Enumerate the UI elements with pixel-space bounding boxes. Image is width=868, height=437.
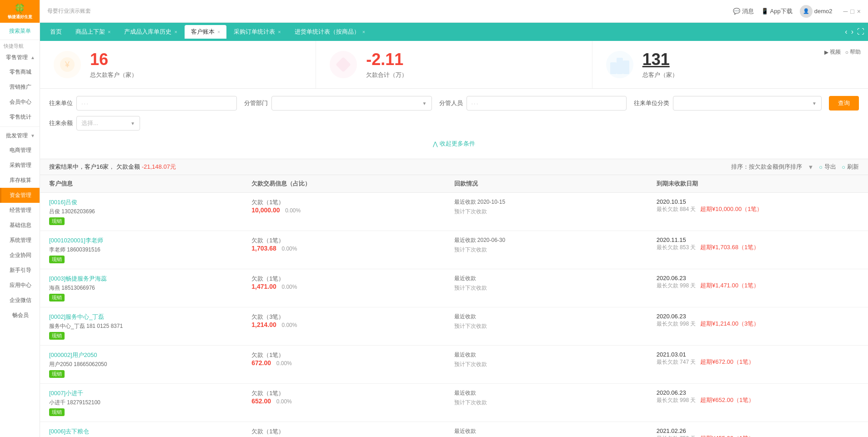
sidebar-item-inventory[interactable]: 库存核算: [0, 173, 40, 188]
balance-input[interactable]: 选择... ▼: [76, 116, 140, 131]
sidebar-item-finance[interactable]: 资金管理: [0, 188, 40, 203]
overdue-link-0016[interactable]: 超期¥10,000.00（1笔）: [700, 206, 763, 212]
maximize-btn[interactable]: □: [850, 8, 854, 15]
sidebar-item-operations[interactable]: 经营管理: [0, 203, 40, 218]
table: 客户信息 欠款交易信息（占比） 回款情况 到期未收款日期 [0016]吕俊 吕俊…: [40, 175, 868, 437]
department-input[interactable]: ▼: [271, 96, 432, 111]
sidebar-item-label: 零售商城: [10, 68, 31, 76]
debt-count-2: 欠款（1笔）: [251, 275, 454, 283]
customer-name-00010200001[interactable]: [0001020001]李老师: [49, 236, 251, 245]
tab-purchase-order[interactable]: 采购订单统计表 ×: [227, 25, 287, 39]
source-unit-input[interactable]: ···: [76, 96, 237, 111]
search-menu[interactable]: 搜索菜单: [4, 25, 36, 37]
sidebar-item-basic-info[interactable]: 基础信息: [0, 218, 40, 233]
query-button[interactable]: 查询: [829, 96, 859, 111]
customer-name-0003[interactable]: [0003]畅捷服务尹海蕊: [49, 275, 251, 283]
sidebar-item-app-center[interactable]: 应用中心: [0, 278, 40, 293]
next-payment-0016: 预计下次收款: [454, 208, 657, 216]
unit-category-input[interactable]: ▼: [673, 96, 822, 111]
tabbar: 首页 商品上下架 × 产成品入库单历史 × 客户账本 × 采购订单统计表 × 进…: [40, 23, 868, 41]
tab-close-goods[interactable]: ×: [108, 29, 110, 35]
tab-fullscreen-btn[interactable]: ⛶: [857, 28, 864, 36]
tab-close-inbound[interactable]: ×: [362, 29, 365, 35]
sidebar-item-label: 电商管理: [10, 146, 31, 154]
stat-overdue-customers: ¥ 16 总欠款客户（家）: [40, 41, 316, 88]
customer-name-000002[interactable]: [000002]用户2050: [49, 351, 251, 359]
message-btn[interactable]: 💬 消息: [733, 7, 754, 15]
debt-percent-2: 0.00%: [281, 284, 297, 290]
sidebar-item-label: 零售管理: [6, 54, 28, 61]
sidebar-item-label: 系统管理: [10, 236, 31, 244]
customer-info-0007: [0007]小进千 小进千 18279152100 现销: [49, 389, 251, 416]
debt-row-0016: 10,000.00 0.00%: [251, 206, 454, 214]
overdue-link-2[interactable]: 超期¥1,471.00（1笔）: [700, 282, 759, 289]
customer-name-0007[interactable]: [0007]小进千: [49, 389, 251, 397]
sidebar-item-retail-mall[interactable]: 零售商城: [0, 65, 40, 80]
manager-input[interactable]: ···: [467, 96, 627, 111]
close-btn[interactable]: ×: [857, 8, 861, 15]
overdue-link-4[interactable]: 超期¥672.00（1笔）: [700, 358, 754, 365]
tab-goods[interactable]: 商品上下架 ×: [69, 25, 117, 39]
overdue-days-3: 最长欠款 998 天: [657, 321, 696, 327]
debt-amount-2[interactable]: 1,471.00: [251, 283, 276, 290]
tab-next-btn[interactable]: ›: [851, 28, 853, 36]
tab-production[interactable]: 产成品入库单历史 ×: [118, 25, 183, 39]
svg-rect-2: [336, 57, 351, 72]
sidebar-item-retail-stats[interactable]: 零售统计: [0, 110, 40, 125]
customer-name-0006[interactable]: [0006]去下粮仓: [49, 427, 251, 436]
debt-amount-1[interactable]: 1,703.68: [251, 245, 276, 252]
sidebar-item-enterprise-wechat[interactable]: 企业微信: [0, 293, 40, 308]
tab-close-purchase[interactable]: ×: [278, 29, 281, 35]
user-avatar[interactable]: 👤 demo2: [800, 5, 833, 18]
tab-prev-btn[interactable]: ‹: [845, 28, 847, 36]
export-label: 导出: [824, 163, 836, 171]
overdue-days-6: 最长欠款 750 天: [657, 435, 696, 437]
sidebar-item-member[interactable]: 会员中心: [0, 95, 40, 110]
customer-name-0002[interactable]: [0002]服务中心_丁磊: [49, 313, 251, 321]
sidebar-item-enterprise[interactable]: 企业协同: [0, 248, 40, 263]
overdue-customers-number: 16: [90, 50, 137, 69]
overdue-info-4: 2021.03.01 最长欠款 747 天 超期¥672.00（1笔）: [657, 351, 859, 366]
sidebar-item-batch-mgmt[interactable]: 批发管理 ▼: [0, 129, 40, 143]
tab-close-production[interactable]: ×: [174, 29, 177, 35]
debt-amount-3[interactable]: 1,214.00: [251, 321, 276, 328]
sidebar-item-ecommerce[interactable]: 电商管理: [0, 143, 40, 158]
sidebar-item-retail-mgmt[interactable]: 零售管理 ▲: [0, 50, 40, 65]
debt-info-000002: 欠款（1笔） 672.00 0.00%: [251, 351, 454, 367]
tab-close-customer[interactable]: ×: [217, 29, 220, 35]
refresh-btn[interactable]: ○ 刷新: [842, 163, 859, 171]
tab-customer-account[interactable]: 客户账本 ×: [185, 25, 226, 39]
sidebar-item-purchase[interactable]: 采购管理: [0, 158, 40, 173]
chevron-down-icon[interactable]: ▼: [808, 164, 813, 171]
tab-inbound-stats[interactable]: 进货单统计表（按商品） ×: [288, 25, 371, 39]
overdue-info-6: 2021.02.26 最长欠款 750 天 超期¥455.90（1笔）: [657, 427, 859, 437]
sidebar-item-system[interactable]: 系统管理: [0, 233, 40, 248]
payment-info-3: 最近收款 预计下次收款: [454, 313, 657, 330]
tab-home[interactable]: 首页: [44, 25, 68, 39]
debt-amount-4[interactable]: 672.00: [251, 359, 271, 367]
debt-amount-5[interactable]: 652.00: [251, 397, 271, 405]
overdue-info-0016: 2020.10.15 最长欠款 884 天 超期¥10,000.00（1笔）: [657, 198, 859, 213]
sidebar-item-member-plan[interactable]: 畅会员: [0, 308, 40, 323]
minimize-btn[interactable]: ─: [843, 8, 848, 15]
refresh-label: 刷新: [847, 163, 859, 171]
export-icon: ○: [819, 164, 823, 171]
debt-percent-5: 0.00%: [276, 398, 292, 405]
app-download-btn[interactable]: 📱 App下载: [761, 7, 793, 15]
help-btn[interactable]: ○ 帮助: [845, 48, 861, 56]
sidebar-item-marketing[interactable]: 营销推广: [0, 80, 40, 95]
overdue-link-3[interactable]: 超期¥1,214.00（3笔）: [700, 320, 759, 327]
overdue-link-5[interactable]: 超期¥652.00（1笔）: [700, 397, 754, 403]
dots-icon: ···: [81, 100, 89, 107]
export-btn[interactable]: ○ 导出: [819, 163, 836, 171]
overdue-link-6[interactable]: 超期¥455.90（1笔）: [700, 435, 754, 437]
collapse-button[interactable]: ⋀ 收起更多条件: [49, 136, 859, 151]
customer-phone-0003: 海燕 18513066976: [49, 284, 251, 292]
overdue-link-1[interactable]: 超期¥1,703.68（1笔）: [700, 244, 759, 251]
overdue-info-3: 2020.06.23 最长欠款 998 天 超期¥1,214.00（3笔）: [657, 313, 859, 328]
customer-name-0016[interactable]: [0016]吕俊: [49, 198, 251, 206]
debt-amount-0016[interactable]: 10,000.00: [251, 206, 280, 214]
video-btn[interactable]: ▶ 视频: [824, 48, 841, 56]
sidebar-item-new-guide[interactable]: 新手引导: [0, 263, 40, 278]
overdue-days-0016: 最长欠款 884 天: [657, 206, 696, 212]
